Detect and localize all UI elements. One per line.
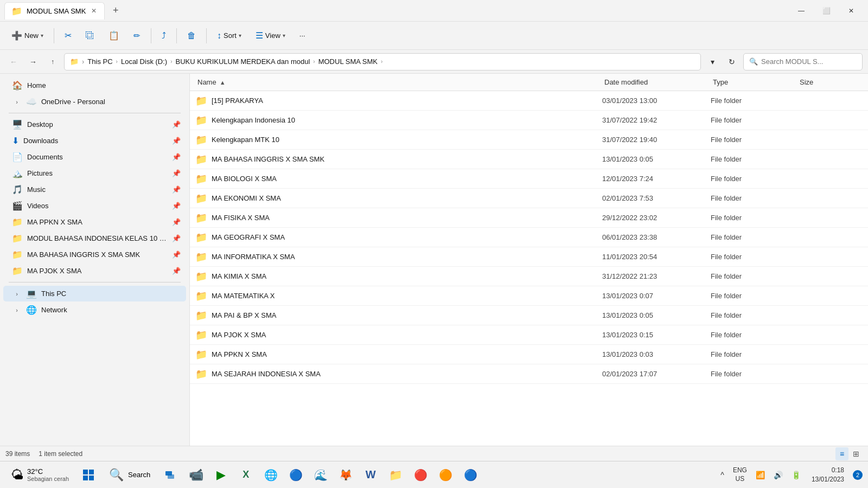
paste-button[interactable]: 📋: [103, 27, 125, 44]
cut-button[interactable]: ✂: [59, 27, 78, 44]
table-row[interactable]: 📁 MA INFORMATIKA X SMA 11/01/2023 20:54 …: [190, 247, 868, 267]
title-bar: 📁 MODUL SMA SMK ✕ + — ⬜ ✕: [0, 0, 868, 22]
table-row[interactable]: 📁 Kelengkapan MTK 10 31/07/2022 19:40 Fi…: [190, 130, 868, 150]
search-box[interactable]: 🔍: [743, 53, 863, 70]
sidebar-item-ma-pjok[interactable]: 📁 MA PJOK X SMA 📌: [3, 263, 186, 279]
table-row[interactable]: 📁 [15] PRAKARYA 03/01/2023 13:00 File fo…: [190, 91, 868, 111]
path-chevron-2[interactable]: ›: [170, 59, 172, 65]
table-row[interactable]: 📁 MA PJOK X SMA 13/01/2023 0:15 File fol…: [190, 325, 868, 345]
volume-icon[interactable]: 🔊: [771, 468, 785, 481]
teams-button[interactable]: 📹: [185, 464, 207, 486]
start-button[interactable]: [78, 464, 99, 486]
downloads-pin-icon: 📌: [172, 137, 181, 145]
column-size[interactable]: Size: [797, 78, 863, 86]
sidebar-item-onedrive[interactable]: › ☁️ OneDrive - Personal: [3, 94, 186, 110]
table-row[interactable]: 📁 Kelengkapan Indonesia 10 31/07/2022 19…: [190, 111, 868, 130]
sidebar-item-desktop[interactable]: 🖥️ Desktop 📌: [3, 117, 186, 132]
table-row[interactable]: 📁 MA EKONOMI X SMA 02/01/2023 7:53 File …: [190, 189, 868, 208]
dropdown-button[interactable]: ▾: [704, 54, 720, 70]
firefox-button[interactable]: 🦊: [335, 464, 356, 486]
table-row[interactable]: 📁 MA BAHASA INGGRIS X SMA SMK 13/01/2023…: [190, 150, 868, 169]
path-part-local-disk[interactable]: Local Disk (D:): [121, 57, 167, 66]
app5-button[interactable]: ▶: [210, 464, 232, 486]
path-chevron-3[interactable]: ›: [313, 59, 315, 65]
new-tab-button[interactable]: +: [107, 2, 124, 20]
view-chevron-icon: ▾: [283, 33, 285, 38]
sidebar-item-pictures[interactable]: 🏔️ Pictures 📌: [3, 165, 186, 181]
app7-button[interactable]: 🌐: [260, 464, 282, 486]
sidebar-item-ma-ppkn[interactable]: 📁 MA PPKN X SMA 📌: [3, 214, 186, 230]
word-button[interactable]: W: [360, 464, 381, 486]
table-row[interactable]: 📁 MA MATEMATIKA X 13/01/2023 0:07 File f…: [190, 286, 868, 306]
close-button[interactable]: ✕: [839, 2, 864, 20]
search-taskbar-button[interactable]: 🔍 Search: [103, 464, 157, 486]
app13-button[interactable]: 🔴: [410, 464, 431, 486]
copy-button[interactable]: ⿻: [80, 27, 100, 44]
up-button[interactable]: ↑: [44, 54, 61, 70]
table-row[interactable]: 📁 MA KIMIA X SMA 31/12/2022 21:23 File f…: [190, 267, 868, 286]
path-part-buku[interactable]: BUKU KURIKULUM MERDEKA dan modul: [176, 57, 310, 66]
table-row[interactable]: 📁 MA PAI & BP X SMA 13/01/2023 0:05 File…: [190, 306, 868, 325]
tray-expand-button[interactable]: ^: [718, 468, 726, 481]
maximize-button[interactable]: ⬜: [814, 2, 839, 20]
tray-language[interactable]: ENG US: [731, 464, 749, 485]
forward-button[interactable]: →: [25, 54, 41, 70]
new-button[interactable]: ➕ New ▾: [5, 27, 49, 44]
sort-button[interactable]: ↕ Sort ▾: [211, 27, 247, 44]
more-options-button[interactable]: ···: [293, 28, 311, 43]
column-type[interactable]: Type: [711, 78, 797, 86]
column-date[interactable]: Date modified: [602, 78, 711, 86]
app15-button[interactable]: 🔵: [459, 464, 481, 486]
sidebar-item-music[interactable]: 🎵 Music 📌: [3, 182, 186, 197]
svg-rect-1: [89, 470, 94, 474]
weather-widget[interactable]: 🌤 32°C Sebagian cerah: [5, 465, 74, 485]
sidebar-item-ma-bahasa[interactable]: 📁 MA BAHASA INGGRIS X SMA SMK 📌: [3, 247, 186, 262]
grid-view-button[interactable]: ⊞: [850, 447, 863, 460]
address-path[interactable]: 📁 › This PC › Local Disk (D:) › BUKU KUR…: [64, 53, 701, 70]
tab-close-button[interactable]: ✕: [90, 6, 98, 16]
table-row[interactable]: 📁 MA FISIKA X SMA 29/12/2022 23:02 File …: [190, 208, 868, 228]
search-input[interactable]: [761, 57, 857, 66]
sidebar-item-this-pc[interactable]: › 💻 This PC: [3, 286, 186, 301]
modul-bahasa-pin-icon: 📌: [172, 234, 181, 242]
path-chevron-4[interactable]: ›: [381, 59, 382, 65]
taskview-button[interactable]: [160, 464, 182, 486]
table-row[interactable]: 📁 MA GEOGRAFI X SMA 06/01/2023 23:38 Fil…: [190, 228, 868, 247]
table-row[interactable]: 📁 MA PPKN X SMA 13/01/2023 0:03 File fol…: [190, 345, 868, 364]
wifi-icon[interactable]: 📶: [754, 468, 767, 481]
path-part-this-pc[interactable]: This PC: [87, 57, 112, 66]
notification-badge[interactable]: 2: [853, 470, 863, 480]
path-chevron-1[interactable]: ›: [116, 59, 118, 65]
back-button[interactable]: ←: [5, 54, 22, 70]
excel-button[interactable]: X: [235, 464, 257, 486]
file-date: 31/07/2022 19:42: [602, 116, 711, 124]
file-explorer-taskbar-button[interactable]: 📁: [385, 464, 406, 486]
view-button[interactable]: ☰ View ▾: [250, 27, 291, 44]
sidebar-item-videos[interactable]: 🎬 Videos 📌: [3, 198, 186, 214]
list-view-button[interactable]: ≡: [835, 447, 848, 460]
app14-button[interactable]: 🟠: [435, 464, 456, 486]
column-name[interactable]: Name ▲: [195, 78, 602, 86]
edge-button[interactable]: 🌊: [310, 464, 331, 486]
path-part-modul[interactable]: MODUL SMA SMK: [318, 57, 378, 66]
folder-icon: 📁: [195, 192, 207, 204]
minimize-button[interactable]: —: [789, 2, 814, 20]
sidebar-item-network[interactable]: › 🌐 Network: [3, 302, 186, 318]
delete-button[interactable]: 🗑: [181, 27, 202, 44]
battery-icon[interactable]: 🔋: [789, 468, 803, 481]
refresh-button[interactable]: ↻: [724, 54, 740, 70]
share-button[interactable]: ⤴: [156, 27, 172, 44]
system-clock[interactable]: 0:18 13/01/2023: [807, 464, 848, 486]
sidebar-item-documents[interactable]: 📄 Documents 📌: [3, 149, 186, 165]
rename-button[interactable]: ✏: [127, 27, 146, 44]
sidebar-item-downloads[interactable]: ⬇ Downloads 📌: [3, 133, 186, 149]
window-tab[interactable]: 📁 MODUL SMA SMK ✕: [4, 2, 105, 20]
table-row[interactable]: 📁 MA BIOLOGI X SMA 12/01/2023 7:24 File …: [190, 169, 868, 189]
table-row[interactable]: 📁 MA SEJARAH INDONESIA X SMA 02/01/2023 …: [190, 364, 868, 384]
sidebar-item-modul-bahasa[interactable]: 📁 MODUL BAHASA INDONESIA KELAS 10 GE 📌: [3, 230, 186, 246]
toolbar-separator-3: [176, 28, 177, 43]
file-type: File folder: [711, 253, 797, 261]
sidebar-item-home[interactable]: 🏠 Home: [3, 78, 186, 93]
chrome-button[interactable]: 🔵: [285, 464, 307, 486]
folder-icon: 📁: [195, 173, 207, 185]
